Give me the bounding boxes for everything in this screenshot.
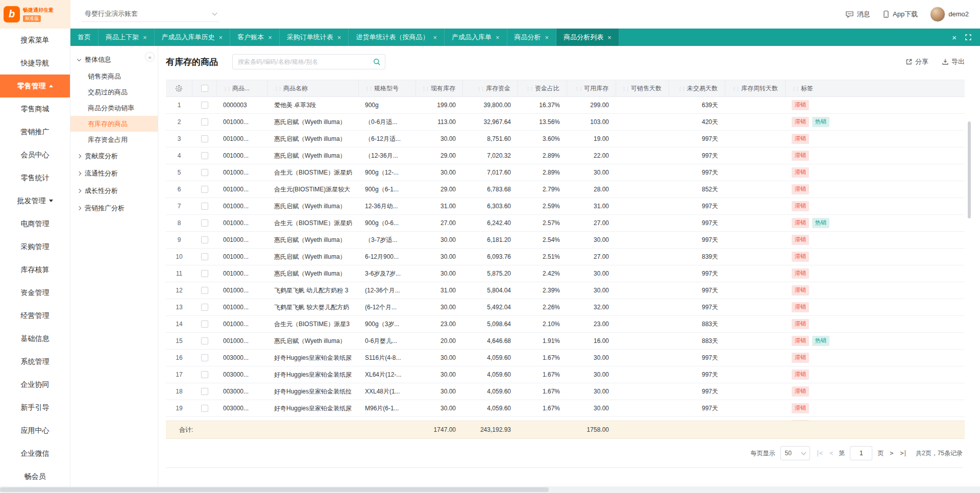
column-header-5[interactable]: ⋮⋮库存资金 bbox=[463, 80, 518, 97]
sidebar-item-6[interactable]: 会员中心 bbox=[0, 143, 70, 166]
sidebar-item-19[interactable]: 企业微信 bbox=[0, 442, 70, 465]
tree-leaf-1-2[interactable]: 交易过的商品 bbox=[70, 84, 158, 100]
tree-group-1[interactable]: 整体信息 bbox=[70, 51, 158, 68]
logo[interactable]: b 畅捷通好生意 标准版 bbox=[0, 0, 70, 29]
column-header-2[interactable]: ⋮⋮商品名称 bbox=[268, 80, 359, 97]
sidebar-item-12[interactable]: 资金管理 bbox=[0, 281, 70, 304]
row-checkbox[interactable] bbox=[201, 405, 208, 412]
tab-3[interactable]: 产成品入库单历史× bbox=[155, 29, 231, 46]
account-select[interactable]: 母婴行业演示账套 bbox=[82, 7, 219, 22]
tab-7[interactable]: 产成品入库单× bbox=[445, 29, 507, 46]
horizontal-scrollbar[interactable] bbox=[0, 486, 980, 493]
column-header-11[interactable]: ⋮⋮标签 bbox=[786, 80, 965, 97]
page-input[interactable] bbox=[850, 446, 872, 460]
row-checkbox[interactable] bbox=[201, 118, 208, 126]
column-header-9[interactable]: ⋮⋮未交易天数 bbox=[669, 80, 725, 97]
share-button[interactable]: 分享 bbox=[905, 57, 928, 66]
row-checkbox[interactable] bbox=[201, 236, 208, 243]
per-page-select[interactable]: 50 bbox=[780, 446, 810, 460]
column-header-3[interactable]: ⋮⋮规格型号 bbox=[359, 80, 416, 97]
close-tab-icon[interactable]: × bbox=[268, 34, 272, 41]
fullscreen-button[interactable] bbox=[965, 34, 972, 41]
sidebar-item-3[interactable]: 零售管理 bbox=[0, 75, 70, 97]
row-checkbox[interactable] bbox=[201, 304, 208, 311]
close-tab-icon[interactable]: × bbox=[545, 34, 549, 41]
row-checkbox[interactable] bbox=[201, 186, 208, 193]
tree-group-3[interactable]: 流通性分析 bbox=[70, 165, 158, 182]
user-menu[interactable]: demo2 bbox=[930, 7, 969, 22]
row-checkbox[interactable] bbox=[201, 354, 208, 361]
close-tab-icon[interactable]: × bbox=[433, 34, 437, 41]
sidebar-item-10[interactable]: 采购管理 bbox=[0, 235, 70, 258]
select-all-checkbox[interactable] bbox=[201, 85, 208, 92]
messages-button[interactable]: 消息 bbox=[845, 10, 870, 19]
row-checkbox[interactable] bbox=[201, 287, 208, 294]
sidebar-item-9[interactable]: 电商管理 bbox=[0, 212, 70, 235]
collapse-panel-button[interactable]: « bbox=[145, 52, 155, 62]
row-checkbox[interactable] bbox=[201, 253, 208, 260]
close-tab-button[interactable]: × bbox=[952, 34, 957, 41]
row-checkbox[interactable] bbox=[201, 102, 208, 109]
tree-leaf-1-4[interactable]: 有库存的商品 bbox=[70, 116, 158, 132]
close-tab-icon[interactable]: × bbox=[143, 34, 147, 41]
row-checkbox[interactable] bbox=[201, 321, 208, 328]
search-icon[interactable] bbox=[373, 58, 381, 66]
sidebar-item-1[interactable]: 搜索菜单 bbox=[0, 29, 70, 52]
sidebar-item-11[interactable]: 库存核算 bbox=[0, 258, 70, 281]
column-header-6[interactable]: ⋮⋮资金占比 bbox=[518, 80, 567, 97]
tree-group-4[interactable]: 成长性分析 bbox=[70, 182, 158, 200]
row-checkbox[interactable] bbox=[201, 371, 208, 378]
row-checkbox[interactable] bbox=[201, 203, 208, 210]
sidebar-item-15[interactable]: 系统管理 bbox=[0, 350, 70, 373]
close-tab-icon[interactable]: × bbox=[496, 34, 500, 41]
sidebar-item-4[interactable]: 零售商城 bbox=[0, 97, 70, 120]
column-header-7[interactable]: ⋮⋮可用库存 bbox=[567, 80, 616, 97]
tab-8[interactable]: 商品分析× bbox=[507, 29, 557, 46]
last-page-button[interactable]: >| bbox=[899, 450, 908, 457]
sidebar-item-5[interactable]: 营销推广 bbox=[0, 120, 70, 143]
first-page-button[interactable]: |< bbox=[815, 450, 823, 457]
tree-group-5[interactable]: 营销推广分析 bbox=[70, 200, 158, 217]
sidebar-item-16[interactable]: 企业协同 bbox=[0, 373, 70, 396]
tab-2[interactable]: 商品上下架× bbox=[99, 29, 155, 46]
tab-4[interactable]: 客户账本× bbox=[230, 29, 280, 46]
tab-1[interactable]: 首页 bbox=[70, 29, 99, 46]
tab-6[interactable]: 进货单统计表（按商品）× bbox=[349, 29, 445, 46]
sidebar-item-18[interactable]: 应用中心 bbox=[0, 419, 70, 442]
app-download-button[interactable]: App下载 bbox=[883, 10, 918, 19]
tree-leaf-1-5[interactable]: 库存资金占用 bbox=[70, 132, 158, 147]
tab-9[interactable]: 商品分析列表× bbox=[556, 29, 619, 46]
sidebar-item-13[interactable]: 经营管理 bbox=[0, 304, 70, 327]
prev-page-button[interactable]: < bbox=[828, 450, 834, 457]
tab-5[interactable]: 采购订单统计表× bbox=[280, 29, 349, 46]
export-button[interactable]: 导出 bbox=[942, 57, 965, 66]
row-checkbox[interactable] bbox=[201, 219, 208, 227]
scrollbar-thumb[interactable] bbox=[968, 121, 971, 218]
sidebar-item-2[interactable]: 快捷导航 bbox=[0, 52, 70, 75]
tree-group-2[interactable]: 贡献度分析 bbox=[70, 147, 158, 165]
sidebar-item-20[interactable]: 畅会员 bbox=[0, 465, 70, 488]
column-header-1[interactable]: ⋮⋮商品... bbox=[217, 80, 268, 97]
next-page-button[interactable]: > bbox=[889, 450, 894, 457]
horizontal-scrollbar-thumb[interactable] bbox=[0, 487, 549, 492]
row-checkbox[interactable] bbox=[201, 388, 208, 395]
row-checkbox[interactable] bbox=[201, 135, 208, 142]
row-checkbox[interactable] bbox=[201, 169, 208, 176]
search-input[interactable] bbox=[232, 54, 385, 69]
sidebar-item-14[interactable]: 基础信息 bbox=[0, 327, 70, 350]
column-header-4[interactable]: ⋮⋮现有库存 bbox=[416, 80, 463, 97]
tree-leaf-1-1[interactable]: 销售类商品 bbox=[70, 68, 158, 84]
close-tab-icon[interactable]: × bbox=[219, 34, 223, 41]
column-settings-header[interactable] bbox=[166, 80, 192, 97]
vertical-scrollbar[interactable] bbox=[967, 97, 971, 421]
close-tab-icon[interactable]: × bbox=[607, 34, 611, 41]
column-header-8[interactable]: ⋮⋮可销售天数 bbox=[616, 80, 669, 97]
sidebar-item-7[interactable]: 零售统计 bbox=[0, 166, 70, 189]
sidebar-item-17[interactable]: 新手引导 bbox=[0, 396, 70, 419]
sidebar-item-8[interactable]: 批发管理 bbox=[0, 189, 70, 212]
column-header-10[interactable]: ⋮⋮库存周转天数 bbox=[725, 80, 786, 97]
close-tab-icon[interactable]: × bbox=[337, 34, 341, 41]
row-checkbox[interactable] bbox=[201, 337, 208, 344]
row-checkbox[interactable] bbox=[201, 152, 208, 159]
row-checkbox[interactable] bbox=[201, 270, 208, 277]
